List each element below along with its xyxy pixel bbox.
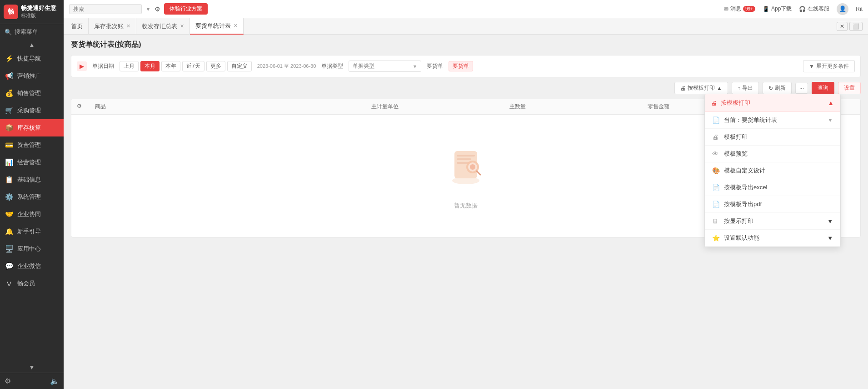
set-default-section[interactable]: ⭐ 设置默认功能 ▼: [705, 230, 840, 247]
search-icon: 🔍: [5, 29, 12, 35]
print-chevron-up-icon: ▲: [717, 85, 722, 91]
sidebar-item-enterprise-wechat[interactable]: 💬 企业微信: [0, 258, 64, 275]
purchase-icon: 🛒: [5, 106, 14, 115]
sidebar-item-base[interactable]: 📋 基础信息: [0, 171, 64, 188]
template-design-label: 模板自定义设计: [724, 167, 765, 175]
tab-close-btn[interactable]: ✕: [837, 22, 848, 31]
date-btn-current-year[interactable]: 本年: [161, 61, 180, 71]
current-template-row[interactable]: 📄 当前：要货单统计表 ▼: [705, 112, 840, 129]
inventory-icon: 📦: [5, 124, 14, 132]
sound-icon[interactable]: 🔈: [50, 377, 59, 385]
current-template-icon: 📄: [712, 116, 720, 124]
finance-icon: 💳: [5, 141, 14, 149]
sidebar-item-operation[interactable]: 📊 经营管理: [0, 154, 64, 171]
top-gear-icon[interactable]: ⚙: [155, 5, 160, 13]
template-print-icon: 🖨: [712, 133, 720, 141]
message-icon: ✉: [724, 6, 728, 12]
col-settings[interactable]: ⚙: [77, 103, 95, 111]
date-btn-last-7-days[interactable]: 近7天: [182, 61, 205, 71]
date-btn-current-month[interactable]: 本月: [140, 61, 160, 71]
order-type-chevron-icon: ▼: [412, 64, 417, 69]
template-preview-item[interactable]: 👁 模板预览: [705, 146, 840, 162]
goods-type-label: 要货单: [427, 62, 443, 70]
goods-filter-tag: 要货单: [449, 61, 473, 71]
app-download-btn[interactable]: 📱 App下载: [763, 5, 792, 13]
search-chevron-icon[interactable]: ▼: [145, 6, 151, 12]
sidebar-item-quick-nav[interactable]: ⚡ 快捷导航: [0, 50, 64, 67]
tab-maximize-btn[interactable]: ⬜: [849, 22, 863, 31]
date-filter-label: 单据日期: [92, 62, 114, 70]
export-btn[interactable]: ↑ 导出: [732, 82, 759, 94]
tab-home[interactable]: 首页: [65, 18, 89, 35]
date-btn-last-month[interactable]: 上月: [120, 61, 139, 71]
export-excel-icon: 📄: [712, 184, 720, 191]
current-template-label: 当前：要货单统计表: [724, 116, 777, 124]
sidebar-item-app-center[interactable]: 🖥️ 应用中心: [0, 240, 64, 258]
export-excel-item[interactable]: 📄 按模板导出excel: [705, 179, 840, 196]
empty-text: 暂无数据: [454, 202, 478, 210]
app-center-icon: 🖥️: [5, 245, 14, 253]
current-template-chevron-icon: ▼: [828, 117, 833, 123]
sidebar-item-vip[interactable]: V 畅会员: [0, 275, 64, 292]
export-pdf-icon: 📄: [712, 201, 720, 208]
print-dropdown-close-btn[interactable]: ▲: [828, 99, 834, 106]
sidebar-logo[interactable]: 畅 畅捷通好生意 标准版: [0, 0, 64, 24]
sidebar-item-marketing[interactable]: 📢 营销推广: [0, 67, 64, 85]
filter-bar: ▶ 单据日期 上月 本月 本年 近7天 更多 自定义 2023-06-01 至 …: [71, 55, 861, 77]
sidebar-scroll-down[interactable]: ▼: [0, 362, 64, 373]
tab-inventory-batch[interactable]: 库存批次账 ✕: [89, 18, 136, 35]
headset-icon: 🎧: [799, 6, 806, 12]
sidebar-item-system[interactable]: ⚙️ 系统管理: [0, 188, 64, 206]
refresh-icon: ↻: [768, 85, 773, 91]
top-search-input[interactable]: [69, 4, 142, 14]
online-service-btn[interactable]: 🎧 在线客服: [799, 5, 829, 13]
messages-btn[interactable]: ✉ 消息 99+: [724, 5, 755, 13]
tab-close-receivable-summary[interactable]: ✕: [180, 23, 184, 29]
sidebar-search[interactable]: 🔍 搜索菜单: [0, 24, 64, 40]
filter-row: ▶ 单据日期 上月 本月 本年 近7天 更多 自定义 2023-06-01 至 …: [77, 60, 855, 72]
svg-point-7: [470, 164, 475, 170]
operation-icon: 📊: [5, 158, 14, 167]
tab-close-inventory-batch[interactable]: ✕: [126, 23, 130, 29]
order-type-select[interactable]: 单据类型 ▼: [349, 61, 421, 72]
username-label[interactable]: Rit: [856, 6, 863, 12]
sidebar-item-inventory[interactable]: 📦 库存核算: [0, 119, 64, 136]
tab-receivable-summary[interactable]: 收发存汇总表 ✕: [136, 18, 190, 35]
sidebar-scroll-up[interactable]: ▲: [0, 40, 64, 50]
sidebar-item-guide[interactable]: 🔔 新手引导: [0, 223, 64, 240]
guide-icon: 🔔: [5, 227, 14, 236]
expand-conditions-btn[interactable]: ▼ 展开更多条件: [803, 60, 855, 72]
refresh-btn[interactable]: ↻ 刷新: [763, 82, 792, 94]
display-print-section[interactable]: 🖥 按显示打印 ▼: [705, 213, 840, 230]
template-preview-label: 模板预览: [724, 150, 748, 158]
template-preview-icon: 👁: [712, 150, 720, 157]
template-print-item[interactable]: 🖨 模板打印: [705, 129, 840, 146]
user-avatar[interactable]: 👤: [837, 3, 848, 15]
printer-icon: 🖨: [680, 85, 686, 91]
sidebar-item-finance[interactable]: 💳 资金管理: [0, 136, 64, 154]
more-btn[interactable]: ···: [795, 83, 808, 94]
template-print-label: 模板打印: [724, 133, 748, 141]
export-pdf-item[interactable]: 📄 按模板导出pdf: [705, 196, 840, 213]
settings-btn[interactable]: 设置: [838, 82, 861, 94]
trial-btn[interactable]: 体验行业方案: [164, 3, 208, 15]
sidebar-item-sales[interactable]: 💰 销售管理: [0, 85, 64, 102]
set-default-icon: ⭐: [712, 234, 720, 242]
filter-toggle-btn[interactable]: ▶: [77, 61, 87, 71]
date-btn-more[interactable]: 更多: [206, 61, 225, 71]
settings-icon[interactable]: ⚙: [5, 377, 11, 385]
page-content: 要货单统计表(按商品) ▶ 单据日期 上月 本月 本年 近7天 更多 自定义 2…: [64, 35, 868, 389]
display-print-label: 按显示打印: [724, 217, 753, 225]
action-bar: 🖨 按模板打印 ▲ ↑ 导出 ↻ 刷新 ··· 查询 设置: [71, 82, 861, 94]
sidebar-item-collab[interactable]: 🤝 企业协同: [0, 206, 64, 223]
print-template-btn[interactable]: 🖨 按模板打印 ▲: [674, 82, 728, 94]
system-icon: ⚙️: [5, 193, 14, 201]
sidebar-item-purchase[interactable]: 🛒 采购管理: [0, 102, 64, 119]
date-btn-custom[interactable]: 自定义: [227, 61, 252, 71]
tab-bar: 首页 库存批次账 ✕ 收发存汇总表 ✕ 要货单统计表 ✕ ✕ ⬜: [64, 18, 868, 35]
template-design-item[interactable]: 🎨 模板自定义设计: [705, 162, 840, 179]
query-btn[interactable]: 查询: [812, 82, 834, 94]
print-dropdown-header: 🖨 按模板打印 ▲: [705, 94, 840, 112]
tab-close-requisition-stats[interactable]: ✕: [234, 23, 238, 29]
tab-requisition-stats[interactable]: 要货单统计表 ✕: [190, 18, 244, 35]
